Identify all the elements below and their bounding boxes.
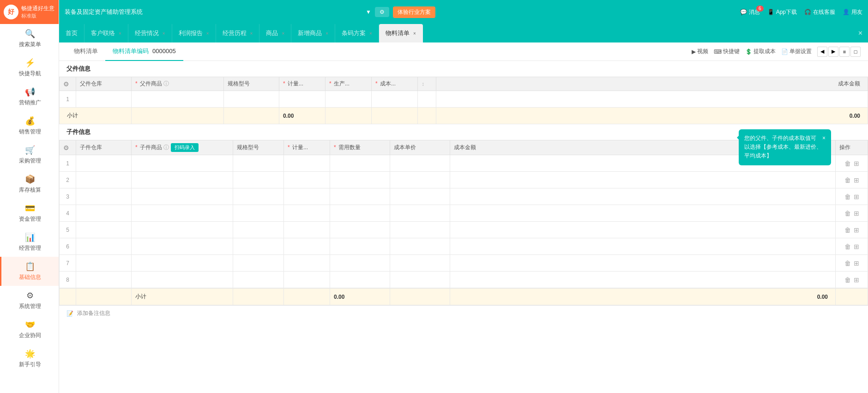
tab-profit-close[interactable]: ×: [206, 31, 209, 36]
delete-icon[interactable]: 🗑: [844, 243, 851, 250]
doc-settings-button[interactable]: 📄 单据设置: [781, 48, 812, 55]
child-spec-cell[interactable]: [233, 238, 284, 255]
child-unit-cost-cell[interactable]: [390, 205, 450, 222]
child-goods-cell[interactable]: [132, 205, 233, 222]
child-unit-cell[interactable]: [284, 172, 330, 188]
user-button[interactable]: 👤 用友: [843, 8, 862, 16]
child-quantity-cell[interactable]: [330, 272, 390, 288]
child-table-settings-icon[interactable]: ⚙: [63, 144, 69, 151]
child-warehouse-cell[interactable]: [76, 155, 132, 172]
delete-icon[interactable]: 🗑: [844, 276, 851, 284]
delete-icon[interactable]: 🗑: [844, 176, 851, 184]
sidebar-item-operations[interactable]: 📊 经营管理: [0, 228, 59, 257]
child-goods-cell[interactable]: [132, 155, 233, 172]
tab-operation[interactable]: 经营情况 ×: [128, 24, 172, 42]
sidebar-item-basic-info[interactable]: 📋 基础信息: [0, 257, 59, 286]
video-button[interactable]: ▶ 视频: [692, 48, 708, 55]
parent-production-cell[interactable]: [326, 91, 372, 108]
trial-button[interactable]: 体验行业方案: [393, 6, 435, 18]
child-quantity-cell[interactable]: [330, 238, 390, 255]
scan-button[interactable]: 扫码录入: [171, 143, 199, 152]
child-unit-cell[interactable]: [284, 188, 330, 205]
sidebar-item-marketing[interactable]: 📢 营销推广: [0, 82, 59, 111]
online-service-button[interactable]: 🎧 在线客服: [804, 8, 835, 16]
nav-menu-button[interactable]: ≡: [839, 47, 850, 57]
child-goods-cell[interactable]: [132, 222, 233, 238]
sidebar-item-sales[interactable]: 💰 销售管理: [0, 111, 59, 140]
tab-customer[interactable]: 客户联络 ×: [84, 24, 128, 42]
child-warehouse-cell[interactable]: [76, 222, 132, 238]
parent-spec-cell[interactable]: [224, 91, 279, 108]
copy-icon[interactable]: ⊞: [854, 260, 859, 267]
child-goods-cell[interactable]: [132, 172, 233, 188]
nav-prev-button[interactable]: ◀: [817, 47, 827, 57]
nav-expand-button[interactable]: □: [850, 47, 861, 57]
tab-goods-close[interactable]: ×: [282, 31, 284, 36]
tab-new-goods-close[interactable]: ×: [326, 31, 328, 36]
tab-barcode-close[interactable]: ×: [369, 31, 372, 36]
child-unit-cost-cell[interactable]: [390, 155, 450, 172]
sidebar-item-search[interactable]: 🔍 搜索菜单: [0, 24, 59, 53]
sidebar-item-quick-nav[interactable]: ⚡ 快捷导航: [0, 53, 59, 82]
parent-goods-cell[interactable]: [132, 91, 224, 108]
child-quantity-cell[interactable]: [330, 188, 390, 205]
copy-icon[interactable]: ⊞: [854, 210, 859, 217]
sidebar-item-inventory[interactable]: 📦 库存核算: [0, 169, 59, 199]
child-quantity-cell[interactable]: [330, 222, 390, 238]
close-all-tabs-button[interactable]: ×: [853, 29, 868, 37]
tab-bom[interactable]: 物料清单 ×: [379, 24, 423, 42]
child-warehouse-cell[interactable]: [76, 255, 132, 272]
child-unit-cell[interactable]: [284, 255, 330, 272]
child-warehouse-cell[interactable]: [76, 205, 132, 222]
tab-profit[interactable]: 利润报告 ×: [172, 24, 216, 42]
delete-icon[interactable]: 🗑: [844, 210, 851, 217]
tab-bom-close[interactable]: ×: [413, 31, 416, 36]
child-goods-cell[interactable]: [132, 255, 233, 272]
sidebar-item-finance[interactable]: 💳 资金管理: [0, 199, 59, 228]
tab-customer-close[interactable]: ×: [119, 31, 121, 36]
sub-tab-detail[interactable]: 物料清单编码 0000005: [105, 42, 183, 61]
delete-icon[interactable]: 🗑: [844, 193, 851, 200]
tab-history[interactable]: 经营历程 ×: [216, 24, 260, 42]
child-unit-cell[interactable]: [284, 238, 330, 255]
child-unit-cost-cell[interactable]: [390, 272, 450, 288]
child-unit-cell[interactable]: [284, 272, 330, 288]
copy-icon[interactable]: ⊞: [854, 276, 859, 284]
child-unit-cost-cell[interactable]: [390, 188, 450, 205]
child-warehouse-cell[interactable]: [76, 172, 132, 188]
child-unit-cost-cell[interactable]: [390, 255, 450, 272]
tab-home[interactable]: 首页: [59, 24, 84, 42]
child-unit-cell[interactable]: [284, 205, 330, 222]
tab-barcode[interactable]: 条码方案 ×: [335, 24, 379, 42]
parent-unit-cell[interactable]: [279, 91, 326, 108]
tab-operation-close[interactable]: ×: [163, 31, 165, 36]
copy-icon[interactable]: ⊞: [854, 226, 859, 234]
parent-warehouse-cell[interactable]: [76, 91, 132, 108]
copy-icon[interactable]: ⊞: [854, 176, 859, 184]
copy-icon[interactable]: ⊞: [854, 160, 859, 167]
child-spec-cell[interactable]: [233, 255, 284, 272]
child-goods-cell[interactable]: [132, 188, 233, 205]
cost-button[interactable]: 💲 提取成本: [745, 48, 776, 55]
child-spec-cell[interactable]: [233, 155, 284, 172]
child-spec-cell[interactable]: [233, 222, 284, 238]
settings-button[interactable]: ⚙: [375, 7, 389, 17]
child-spec-cell[interactable]: [233, 172, 284, 188]
tab-new-goods[interactable]: 新增商品 ×: [291, 24, 335, 42]
child-quantity-cell[interactable]: [330, 255, 390, 272]
sidebar-item-purchase[interactable]: 🛒 采购管理: [0, 140, 59, 169]
child-unit-cost-cell[interactable]: [390, 172, 450, 188]
child-unit-cost-cell[interactable]: [390, 222, 450, 238]
child-warehouse-cell[interactable]: [76, 188, 132, 205]
child-unit-cost-cell[interactable]: [390, 238, 450, 255]
child-unit-cell[interactable]: [284, 222, 330, 238]
child-goods-cell[interactable]: [132, 272, 233, 288]
sidebar-item-enterprise[interactable]: 🤝 企业协同: [0, 315, 59, 344]
sub-tab-list[interactable]: 物料清单: [66, 42, 105, 61]
child-quantity-cell[interactable]: [330, 155, 390, 172]
copy-icon[interactable]: ⊞: [854, 243, 859, 250]
child-warehouse-cell[interactable]: [76, 272, 132, 288]
delete-icon[interactable]: 🗑: [844, 226, 851, 234]
delete-icon[interactable]: 🗑: [844, 160, 851, 167]
shortcut-button[interactable]: ⌨ 快捷键: [714, 48, 740, 55]
